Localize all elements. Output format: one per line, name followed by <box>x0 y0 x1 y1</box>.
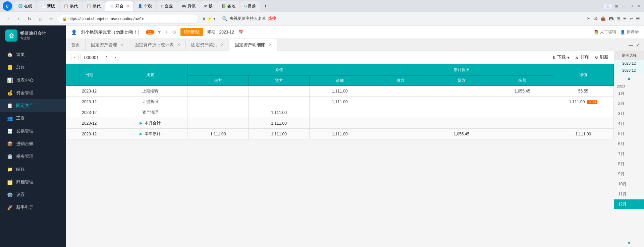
cell-accum-credit-4: 1,055.45 <box>431 129 492 139</box>
month-item-7[interactable]: 7月 <box>614 149 644 159</box>
month-item-10[interactable]: 10月 <box>614 179 644 189</box>
refresh-button[interactable]: ↻ 刷新 <box>595 54 608 60</box>
sidebar-item-reports[interactable]: 📊 报表中心 <box>0 74 66 86</box>
sidebar-item-closing[interactable]: 📁 结账 <box>0 163 66 176</box>
month-item-4[interactable]: 4月 <box>614 119 644 129</box>
tab-label-gedi: 各地 <box>227 3 235 9</box>
close-tab-asset-detail[interactable]: ✕ <box>269 43 272 47</box>
month-item-5[interactable]: 5月 <box>614 129 644 139</box>
sun-icon[interactable]: ☀ <box>623 16 627 21</box>
browser-tab-qiye[interactable]: C 企业 <box>157 1 177 11</box>
dropdown-icon[interactable]: ▾ <box>213 16 215 21</box>
home-button[interactable]: ⌂ <box>36 15 44 23</box>
settings-icon: ⚙️ <box>7 192 13 197</box>
page-tab-home[interactable]: 首页 <box>66 39 86 51</box>
month-item-2[interactable]: 2月 <box>614 99 644 109</box>
month-label-5: 5月 <box>618 131 625 137</box>
sidebar-item-home[interactable]: 🏠 首页 <box>0 48 66 61</box>
grid-icon[interactable]: ⊞ <box>616 16 620 21</box>
bookmark-button[interactable]: ☆ <box>47 15 55 23</box>
sidebar-item-fixed-assets[interactable]: 📋 固定资产 <box>0 99 66 112</box>
forward-button[interactable]: › <box>15 15 23 23</box>
next-record-button[interactable]: › <box>112 54 119 61</box>
calendar-icon[interactable]: 📅 <box>238 30 243 35</box>
browser-tab-yidai1[interactable]: 📋 易代 <box>60 1 82 11</box>
tab-close-haohui[interactable]: ✕ <box>126 4 129 8</box>
download-button[interactable]: ⬇ 下载 ▾ <box>552 54 570 60</box>
sidebar-item-payroll[interactable]: 👥 工资 <box>0 112 66 125</box>
new-tab-button[interactable]: + <box>261 1 270 11</box>
switch-version-button[interactable]: 切到旧版 <box>180 28 203 36</box>
browser-tab-haohui[interactable]: ☁️ 好会 ✕ <box>105 1 133 11</box>
sidebar-item-settings[interactable]: ⚙️ 设置 <box>0 188 66 201</box>
date-selected-start: 2023.12 <box>614 60 644 67</box>
download-dropdown-icon[interactable]: ▾ <box>567 55 570 60</box>
sidebar-label-payroll: 工资 <box>16 115 25 121</box>
month-item-6[interactable]: 6月 <box>614 139 644 149</box>
cell-net-0: 55.55 <box>553 86 614 97</box>
sidebar-item-tax[interactable]: 🏛️ 税务管理 <box>0 150 66 163</box>
close-window-button[interactable]: ✕ <box>636 3 641 9</box>
gamepad-icon[interactable]: 🎮 <box>608 16 614 21</box>
scissors-icon[interactable]: ✂ <box>587 16 591 21</box>
sidebar-item-funds[interactable]: 💰 资金管理 <box>0 86 66 99</box>
add-company-button[interactable]: + <box>165 29 168 35</box>
account-number: 000001 <box>80 54 102 61</box>
print-button[interactable]: 🖨 打印 <box>575 54 589 60</box>
sidebar-label-funds: 资金管理 <box>16 90 34 96</box>
address-input[interactable]: 🔒 https://cloud.chanjet.com/accounting/u… <box>58 14 199 23</box>
reload-button[interactable]: ↻ <box>25 15 34 23</box>
sidebar-item-purchase-sales[interactable]: 📦 进销台账 <box>0 137 66 150</box>
cell-orig-debit-3 <box>187 118 248 129</box>
close-tab-asset-cat[interactable]: ✕ <box>221 43 224 47</box>
browser-tab-new[interactable]: 📄 新版 <box>37 1 59 11</box>
undo-icon[interactable]: ↩ <box>630 16 633 21</box>
month-item-11[interactable]: 11月 <box>614 189 644 199</box>
sidebar-item-invoices[interactable]: 🧾 发票管理 <box>0 125 66 137</box>
browser-tab-geshui[interactable]: 👤 个税 <box>134 1 156 11</box>
service-label: 人工咨询 <box>600 29 616 35</box>
browser-tab-tencent[interactable]: 🎮 腾讯 <box>177 1 200 11</box>
browser-tab-online[interactable]: 🌐 在线 <box>14 1 36 11</box>
browser-tab-bar: e 🌐 在线 📄 新版 📋 易代 📋 易代 ☁️ 好会 ✕ 👤 个税 C <box>0 0 644 12</box>
minimize-button[interactable]: — <box>621 3 627 9</box>
menu-icon[interactable]: ☰ <box>636 16 640 21</box>
wallet-icon[interactable]: 👜 <box>600 16 606 21</box>
cell-orig-balance-4: 1,111.00 <box>309 129 370 139</box>
scroll-up-button[interactable]: ▲ <box>614 74 644 82</box>
browser-tab-gedi[interactable]: 📗 各地 <box>217 1 239 11</box>
sidebar-item-general-ledger[interactable]: 📒 总账 <box>0 61 66 74</box>
minimize-panel-button[interactable]: — <box>629 42 633 48</box>
close-tab-depr-stat[interactable]: ✕ <box>177 43 180 47</box>
user-profile-button[interactable]: 👤 徐译华 <box>620 29 639 35</box>
month-item-8[interactable]: 8月 <box>614 159 644 169</box>
toolbar-nav: ‹ 000001 1 › <box>71 54 119 61</box>
expand-panel-button[interactable]: ⤢ <box>636 42 640 48</box>
page-tab-asset-mgmt[interactable]: 固定资产管理 ✕ <box>86 39 129 51</box>
settings-gear-icon[interactable]: ⚙ <box>172 29 176 35</box>
back-button[interactable]: ‹ <box>4 15 12 23</box>
browser-tab-yidai2[interactable]: 📋 易代 <box>83 1 105 11</box>
maximize-button[interactable]: □ <box>629 3 634 9</box>
cell-date-1: 2023-12 <box>66 97 113 107</box>
close-tab-asset-mgmt[interactable]: ✕ <box>120 43 123 47</box>
page-tab-asset-category[interactable]: 固定资产类别 ✕ <box>186 39 229 51</box>
month-item-1[interactable]: 1月 <box>614 89 644 99</box>
dropdown-arrow[interactable]: ▾ <box>158 29 161 35</box>
sidebar-item-archive[interactable]: 🗂️ 归档管理 <box>0 176 66 188</box>
customer-service-button[interactable]: 👩‍💼 人工咨询 <box>594 29 616 35</box>
translate-icon[interactable]: 译 <box>593 16 598 22</box>
month-item-9[interactable]: 9月 <box>614 169 644 179</box>
lightning-icon[interactable]: ⚡ <box>207 16 212 21</box>
browser-tab-muqian[interactable]: S 目前 <box>240 1 260 11</box>
page-tab-asset-detail[interactable]: 固定资产明细账 ✕ <box>229 39 277 51</box>
browser-tab-chang[interactable]: M 畅 <box>200 1 217 11</box>
qr-icon[interactable]: ⠿ <box>203 16 206 21</box>
prev-record-button[interactable]: ‹ <box>71 54 78 61</box>
month-item-12[interactable]: 12月 <box>614 199 644 209</box>
page-tab-depreciation-stat[interactable]: 固定资产折旧统计表 ✕ <box>129 39 186 51</box>
sidebar-item-guide[interactable]: 🚀 新手引导 <box>0 201 66 214</box>
scroll-down-button[interactable]: ▼ <box>614 239 644 247</box>
month-item-3[interactable]: 3月 <box>614 109 644 119</box>
tab-list-button[interactable]: ⊞ <box>614 3 619 9</box>
